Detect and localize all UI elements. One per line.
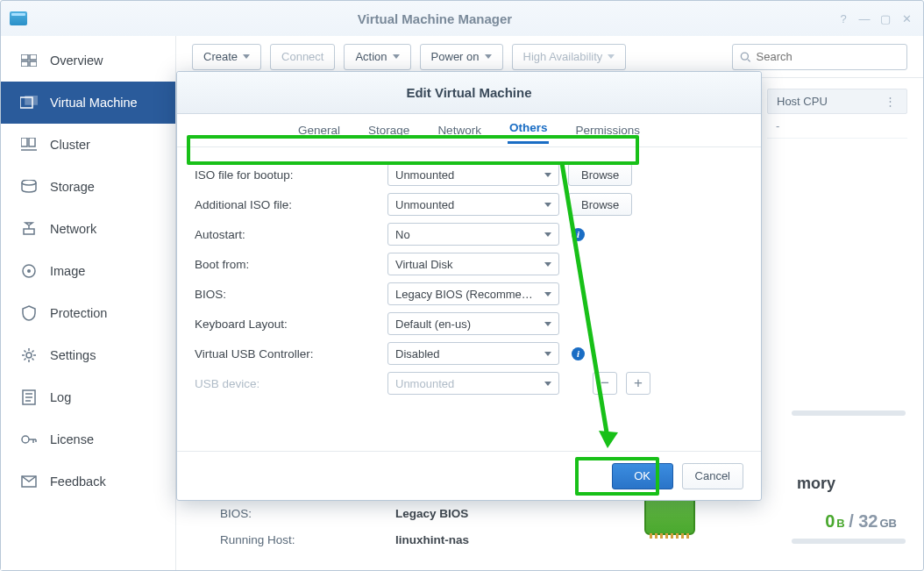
tab-general[interactable]: General [296, 120, 342, 140]
search-input[interactable] [732, 44, 907, 70]
tab-storage[interactable]: Storage [366, 120, 411, 140]
add-button[interactable]: + [626, 372, 650, 395]
create-button[interactable]: Create [192, 44, 261, 70]
chevron-down-icon [485, 54, 492, 59]
browse-button[interactable]: Browse [568, 193, 632, 216]
field-label: BIOS: [195, 288, 379, 301]
table-row: - [767, 114, 907, 139]
window-title: Virtual Machine Manager [34, 11, 835, 26]
sidebar-item-storage[interactable]: Storage [1, 166, 175, 208]
gear-icon [20, 347, 38, 363]
sidebar-item-license[interactable]: License [1, 418, 175, 460]
maximize-icon[interactable]: ▢ [878, 12, 893, 25]
sidebar-item-network[interactable]: Network [1, 208, 175, 250]
overview-icon [20, 53, 38, 68]
help-icon[interactable]: ? [835, 12, 851, 25]
field-label: ISO file for bootup: [195, 168, 379, 182]
chevron-down-icon [544, 173, 551, 177]
modal-tabs: General Storage Network Others Permissio… [177, 114, 761, 147]
sidebar-item-overview[interactable]: Overview [1, 39, 175, 82]
svg-rect-7 [29, 138, 35, 146]
sidebar-item-label: Settings [50, 348, 96, 362]
memory-label: mory [797, 475, 835, 493]
ok-button[interactable]: OK [612, 463, 673, 489]
field-label: USB device: [195, 377, 379, 390]
chevron-down-icon [544, 262, 551, 267]
chevron-down-icon [544, 322, 551, 326]
sidebar-item-label: License [50, 432, 94, 446]
chevron-down-icon [243, 54, 250, 59]
tab-network[interactable]: Network [436, 120, 483, 140]
sidebar-item-label: Image [50, 264, 85, 278]
action-button[interactable]: Action [344, 44, 410, 70]
sidebar-item-label: Protection [50, 306, 107, 320]
sidebar-item-protection[interactable]: Protection [1, 292, 175, 334]
protection-icon [20, 305, 38, 321]
sidebar-item-label: Virtual Machine [50, 96, 138, 110]
titlebar: Virtual Machine Manager ? — ▢ ✕ [1, 1, 923, 36]
svg-rect-5 [25, 96, 38, 104]
sidebar-item-label: Storage [50, 180, 95, 194]
info-icon[interactable]: i [572, 347, 585, 360]
sidebar-item-image[interactable]: Image [1, 250, 175, 292]
iso-boot-select[interactable]: Unmounted [387, 163, 559, 186]
chevron-down-icon [544, 232, 551, 237]
usb-controller-select[interactable]: Disabled [387, 342, 559, 365]
detail-label: Running Host: [220, 533, 360, 546]
network-icon [20, 221, 38, 237]
minimize-icon[interactable]: — [856, 12, 872, 25]
tab-others[interactable]: Others [508, 118, 550, 144]
right-panel: Host CPU⋮ - [767, 89, 907, 139]
svg-rect-0 [21, 54, 28, 60]
sidebar-item-label: Feedback [50, 475, 106, 489]
sidebar-item-label: Cluster [50, 138, 90, 152]
svg-point-13 [26, 353, 32, 358]
browse-button[interactable]: Browse [568, 163, 632, 186]
sidebar-item-feedback[interactable]: Feedback [1, 460, 175, 503]
image-icon [20, 263, 38, 279]
tab-permissions[interactable]: Permissions [573, 120, 642, 140]
sidebar-item-log[interactable]: Log [1, 376, 175, 418]
field-label: Boot from: [195, 258, 379, 271]
edit-vm-modal: Edit Virtual Machine General Storage Net… [176, 71, 762, 501]
info-icon[interactable]: i [572, 228, 585, 241]
bootfrom-select[interactable]: Virtual Disk [387, 253, 559, 275]
detail-value: linuxhint-nas [395, 533, 469, 546]
chevron-down-icon [544, 352, 551, 356]
keyboard-select[interactable]: Default (en-us) [387, 312, 559, 335]
usage-bar [792, 539, 906, 544]
sidebar-item-label: Log [50, 390, 71, 404]
memory-value: 0B / 32GB [825, 511, 897, 532]
ha-button[interactable]: High Availability [512, 44, 627, 70]
field-label: Autostart: [195, 228, 379, 241]
svg-rect-3 [30, 61, 37, 67]
app-icon [10, 11, 27, 25]
poweron-button[interactable]: Power on [420, 44, 503, 70]
svg-point-18 [22, 436, 29, 443]
search-icon [740, 51, 751, 63]
chevron-down-icon [544, 292, 551, 296]
svg-rect-1 [30, 54, 37, 60]
svg-point-23 [741, 53, 748, 60]
svg-rect-6 [21, 138, 27, 146]
bios-select[interactable]: Legacy BIOS (Recommended) [387, 282, 559, 305]
detail-value: Legacy BIOS [395, 507, 468, 520]
iso-add-select[interactable]: Unmounted [387, 193, 559, 216]
connect-button[interactable]: Connect [270, 44, 335, 70]
svg-point-12 [27, 269, 31, 273]
remove-button[interactable]: − [593, 372, 617, 395]
window-buttons: ? — ▢ ✕ [835, 12, 914, 25]
close-icon[interactable]: ✕ [899, 12, 914, 25]
column-header[interactable]: Host CPU⋮ [767, 89, 907, 114]
sidebar-item-settings[interactable]: Settings [1, 334, 175, 376]
sidebar: Overview Virtual Machine Cluster Storage… [1, 36, 176, 570]
chevron-down-icon [544, 382, 551, 386]
detail-label: BIOS: [220, 507, 360, 520]
cancel-button[interactable]: Cancel [682, 463, 743, 489]
autostart-select[interactable]: No [387, 223, 559, 246]
app-window: Virtual Machine Manager ? — ▢ ✕ Overview… [0, 0, 924, 571]
menu-dots-icon[interactable]: ⋮ [885, 95, 898, 108]
details: BIOS:Legacy BIOS Running Host:linuxhint-… [220, 500, 469, 553]
sidebar-item-vm[interactable]: Virtual Machine [1, 82, 175, 124]
sidebar-item-cluster[interactable]: Cluster [1, 124, 175, 166]
